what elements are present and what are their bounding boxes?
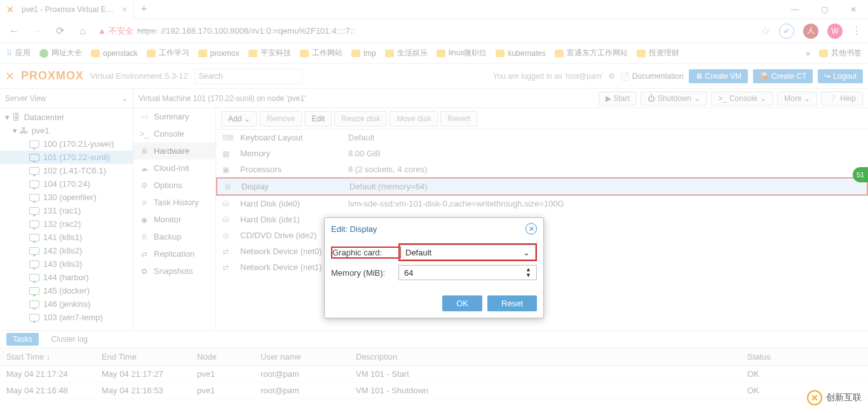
tree-datacenter[interactable]: ▾ 🗄 Datacenter — [0, 111, 133, 124]
submenu-snapshots[interactable]: ✿Snapshots — [133, 262, 215, 280]
browser-tab[interactable]: ✕ pve1 - Proxmox Virtual Enviro × — [0, 0, 134, 19]
bookmark-item[interactable]: 网址大全 — [39, 48, 82, 58]
submenu-console[interactable]: >_Console — [133, 125, 215, 142]
tree-vm[interactable]: 146 (jenkins) — [0, 297, 133, 311]
bookmark-folder[interactable]: 投资理财 — [637, 48, 679, 58]
window-close-button[interactable]: ✕ — [839, 0, 868, 19]
tasks-tab[interactable]: Tasks — [6, 333, 39, 346]
hw-row-processors[interactable]: ▣Processors8 (2 sockets, 4 cores) — [216, 161, 868, 177]
dialog-close-icon[interactable]: ✕ — [526, 223, 537, 234]
col-status[interactable]: Status — [741, 348, 868, 366]
tree-vm[interactable]: 142 (k8s2) — [0, 244, 133, 257]
tree-vm[interactable]: 143 (k8s3) — [0, 257, 133, 271]
bookmark-folder[interactable]: openstack — [91, 49, 138, 58]
browser-menu-icon[interactable]: ⋮ — [851, 25, 862, 37]
submenu-taskhistory[interactable]: ≡Task History — [133, 194, 215, 211]
documentation-link[interactable]: 📄 Documentation — [620, 72, 684, 81]
tree-node[interactable]: ▾ 🖧 pve1 — [0, 124, 133, 137]
nav-reload-button[interactable]: ⟳ — [52, 24, 67, 39]
tree-vm-selected[interactable]: 101 (170.22-sunli) — [0, 151, 133, 164]
col-start[interactable]: Start Time ↓ — [0, 348, 95, 366]
extension-icon-1[interactable]: ✔ — [779, 24, 794, 39]
create-vm-button[interactable]: 🖥 Create VM — [689, 69, 748, 83]
other-bookmarks[interactable]: 其他书签 — [819, 48, 862, 58]
browser-titlebar: ✕ pve1 - Proxmox Virtual Enviro × + — ▢ … — [0, 0, 868, 19]
move-disk-button[interactable]: Move disk — [390, 111, 438, 126]
logout-button[interactable]: ↪ Logout — [818, 69, 863, 83]
profile-avatar[interactable]: W — [827, 24, 843, 39]
chevron-down-icon[interactable]: ⌄ — [121, 94, 128, 103]
tree-vm[interactable]: 104 (170.24) — [0, 177, 133, 191]
cluster-log-tab[interactable]: Cluster log — [51, 335, 88, 344]
bookmark-folder[interactable]: tmp — [351, 49, 376, 58]
ok-button[interactable]: OK — [442, 295, 482, 311]
submenu-cloudinit[interactable]: ☁Cloud-Init — [133, 159, 215, 177]
bookmark-folder[interactable]: 工作网站 — [300, 48, 342, 58]
graphic-card-select[interactable]: Default⌄ — [400, 245, 536, 260]
submenu-backup[interactable]: ⎘Backup — [133, 228, 215, 245]
console-button[interactable]: >_ Console ⌄ — [711, 91, 773, 105]
hw-row-display[interactable]: 🖥DisplayDefault (memory=64) — [216, 177, 868, 196]
revert-button[interactable]: Revert — [440, 111, 477, 126]
tree-vm[interactable]: 100 (170.21-yuwei) — [0, 137, 133, 151]
hw-row-memory[interactable]: ▦Memory8.00 GiB — [216, 146, 868, 161]
help-button[interactable]: ❔ Help — [821, 91, 863, 105]
task-row[interactable]: May 04 21:16:48May 04 21:16:53pve1root@p… — [0, 383, 868, 399]
tree-vm[interactable]: 102 (1.41-TC6.1) — [0, 164, 133, 177]
window-maximize-button[interactable]: ▢ — [810, 0, 839, 19]
bookmark-folder[interactable]: 工作学习 — [147, 48, 189, 58]
tree-vm[interactable]: 145 (docker) — [0, 284, 133, 297]
gear-icon[interactable]: ⚙ — [608, 72, 615, 81]
col-user[interactable]: User name — [254, 348, 349, 366]
col-node[interactable]: Node — [191, 348, 254, 366]
more-button[interactable]: More ⌄ — [777, 91, 817, 105]
reset-button[interactable]: Reset — [487, 295, 537, 311]
memory-spinner[interactable]: 64▲▼ — [398, 265, 537, 280]
server-view-header[interactable]: Server View⌄ — [0, 89, 133, 108]
submenu-options[interactable]: ⚙Options — [133, 177, 215, 194]
bookmark-folder[interactable]: 平安科技 — [248, 48, 291, 58]
tree-vm[interactable]: 144 (harbor) — [0, 271, 133, 284]
tree-vm[interactable]: 131 (rac1) — [0, 204, 133, 217]
search-input[interactable] — [194, 69, 302, 84]
start-button[interactable]: ▶ Start — [599, 91, 637, 105]
submenu-hardware[interactable]: 🖥Hardware — [133, 142, 215, 159]
col-desc[interactable]: Description — [349, 348, 741, 366]
edit-button[interactable]: Edit — [304, 111, 332, 126]
add-button[interactable]: Add ⌄ — [221, 111, 257, 126]
window-minimize-button[interactable]: — — [780, 0, 810, 19]
task-row[interactable]: May 04 21:17:24May 04 21:17:27pve1root@p… — [0, 366, 868, 383]
bookmark-star-icon[interactable]: ☆ — [761, 25, 770, 37]
notification-badge[interactable]: 51 — [853, 167, 868, 182]
submenu-monitor[interactable]: ◉Monitor — [133, 211, 215, 228]
url-box[interactable]: ▲ 不安全 https://192.168.170.100:8006/#v1:0… — [98, 25, 754, 37]
tree-vm[interactable]: 132 (rac2) — [0, 217, 133, 231]
create-ct-button[interactable]: 📦 Create CT — [753, 69, 813, 83]
bookmarks-bar: ⠿应用 网址大全 openstack 工作学习 proxmox 平安科技 工作网… — [0, 43, 868, 64]
bookmark-folder[interactable]: 生活娱乐 — [385, 48, 428, 58]
submenu-summary[interactable]: ▭Summary — [133, 108, 215, 125]
bookmark-folder[interactable]: 富通东方工作网站 — [555, 48, 628, 58]
resize-disk-button[interactable]: Resize disk — [334, 111, 387, 126]
nav-home-button[interactable]: ⌂ — [75, 24, 90, 39]
new-tab-button[interactable]: + — [134, 3, 154, 16]
bookmark-folder[interactable]: proxmox — [198, 49, 240, 58]
tree-vm[interactable]: 130 (openfiler) — [0, 191, 133, 204]
hw-row-harddisk-ide0[interactable]: ⛁Hard Disk (ide0)lvm-sde-ssd:vm-101-disk… — [216, 196, 868, 212]
col-end[interactable]: End Time — [95, 348, 191, 366]
extension-icon-2[interactable]: 人 — [803, 24, 818, 39]
apps-button[interactable]: ⠿应用 — [6, 48, 31, 58]
shutdown-button[interactable]: ⏻ Shutdown ⌄ — [641, 91, 707, 105]
bookmark-folder[interactable]: kubernates — [496, 49, 545, 58]
tab-title: pve1 - Proxmox Virtual Enviro — [22, 5, 117, 14]
nav-back-button[interactable]: ← — [6, 24, 22, 39]
remove-button[interactable]: Remove — [260, 111, 302, 126]
submenu-replication[interactable]: ⇄Replication — [133, 245, 215, 262]
menu-toggle-icon[interactable]: ✕ — [5, 69, 15, 83]
tab-close-icon[interactable]: × — [122, 4, 127, 15]
tree-vm[interactable]: 103 (win7-temp) — [0, 311, 133, 324]
bookmark-folder[interactable]: linux微职位 — [437, 48, 487, 58]
hw-row-keyboard[interactable]: ⌨Keyboard LayoutDefault — [216, 130, 868, 146]
tree-vm[interactable]: 141 (k8s1) — [0, 231, 133, 244]
bookmarks-overflow[interactable]: » — [806, 49, 810, 58]
